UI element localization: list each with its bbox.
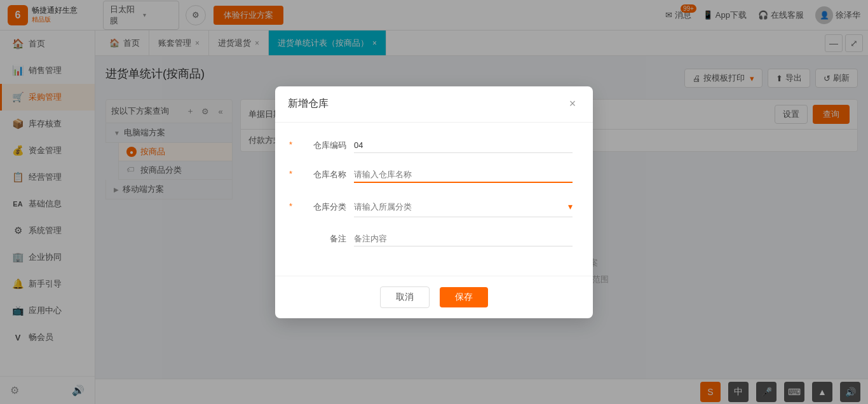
category-dropdown-icon[interactable]: ▾ [568,201,573,212]
form-row-note: 备注 [295,231,573,246]
note-input[interactable] [354,231,573,246]
code-label: 仓库编码 [295,140,346,151]
modal-header: 新增仓库 × [275,86,593,123]
form-row-category: 仓库分类 ▾ [295,197,573,217]
form-row-code: 仓库编码 [295,138,573,153]
modal-body: 仓库编码 仓库名称 仓库分类 ▾ 备注 [275,123,593,276]
name-input[interactable] [354,167,573,183]
modal-close-button[interactable]: × [565,97,580,112]
modal-title: 新增仓库 [288,97,329,111]
category-select-wrapper: ▾ [354,197,573,217]
modal-footer: 取消 保存 [275,276,593,318]
code-input[interactable] [354,138,573,153]
category-input[interactable] [354,199,568,214]
note-label: 备注 [295,233,346,245]
save-button[interactable]: 保存 [440,287,488,307]
close-icon: × [569,97,576,111]
cancel-button[interactable]: 取消 [380,286,430,308]
form-row-name: 仓库名称 [295,167,573,183]
modal-overlay: 新增仓库 × 仓库编码 仓库名称 仓库分类 ▾ [0,0,868,404]
category-label: 仓库分类 [295,201,346,213]
modal-new-warehouse: 新增仓库 × 仓库编码 仓库名称 仓库分类 ▾ [275,86,593,318]
name-label: 仓库名称 [295,169,346,180]
